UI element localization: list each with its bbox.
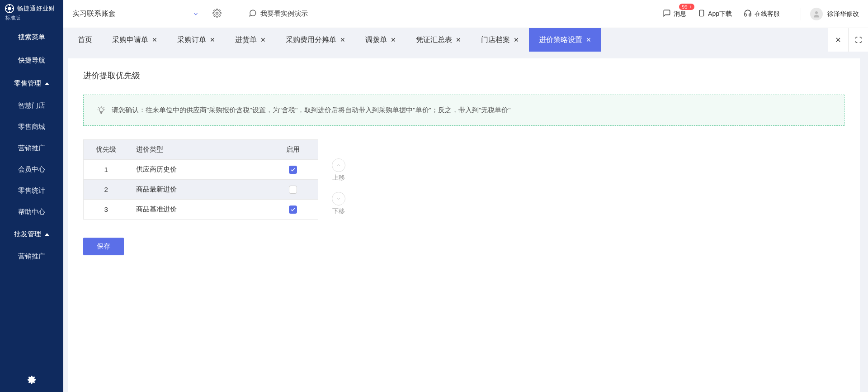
tab-5[interactable]: 调拨单✕ (355, 28, 406, 52)
page-title: 进价提取优先级 (83, 70, 844, 81)
priority-table: 优先级 进价类型 启用 1供应商历史价2商品最新进价3商品基准进价 (83, 139, 318, 220)
download-button[interactable]: App下载 (698, 9, 732, 19)
mobile-icon (698, 9, 705, 19)
cell-priority: 2 (84, 180, 129, 200)
headset-icon (744, 9, 752, 19)
sidebar-sub-marketing[interactable]: 营销推广 (0, 138, 63, 159)
fullscreen-button[interactable] (848, 28, 868, 52)
svg-point-1 (8, 7, 11, 10)
tab-label: 门店档案 (481, 35, 510, 45)
tab-2[interactable]: 采购订单✕ (167, 28, 225, 52)
messages-button[interactable]: 消息 99 + (663, 9, 686, 19)
tab-7[interactable]: 门店档案✕ (471, 28, 529, 52)
col-header-priority: 优先级 (84, 140, 129, 160)
content: 进价提取优先级 请您确认：往来单位中的供应商"采购报价含税"设置，为"含税"，取… (68, 58, 860, 392)
close-icon[interactable]: ✕ (391, 37, 396, 43)
tab-0[interactable]: 首页 (68, 28, 102, 52)
cell-priority: 1 (84, 160, 129, 180)
sidebar-group-wholesale[interactable]: 批发管理 (0, 223, 63, 246)
sidebar-sub-retailmall[interactable]: 零售商城 (0, 116, 63, 138)
message-icon (663, 9, 671, 19)
tab-1[interactable]: 采购申请单✕ (102, 28, 167, 52)
cell-priority: 3 (84, 200, 129, 220)
tab-label: 首页 (78, 35, 92, 45)
notice-box: 请您确认：往来单位中的供应商"采购报价含税"设置，为"含税"，取到进价后将自动带… (83, 95, 844, 126)
account-select[interactable]: 实习联系账套 (72, 9, 199, 19)
move-down-button[interactable]: 下移 (332, 192, 345, 215)
avatar (810, 8, 823, 20)
cell-type: 供应商历史价 (129, 160, 269, 180)
svg-point-2 (216, 12, 218, 14)
brand-edition: 标准版 (0, 14, 63, 26)
sidebar-sub-smartstore[interactable]: 智慧门店 (0, 95, 63, 116)
brand-logo: 畅捷通好业财 (0, 0, 63, 14)
move-controls: 上移 下移 (332, 139, 345, 215)
enable-checkbox[interactable] (289, 166, 297, 174)
sidebar-sub-member[interactable]: 会员中心 (0, 159, 63, 180)
tab-3[interactable]: 进货单✕ (225, 28, 276, 52)
enable-checkbox[interactable] (289, 186, 297, 194)
chevron-down-icon (332, 192, 345, 206)
move-up-button[interactable]: 上移 (332, 158, 345, 182)
enable-checkbox[interactable] (289, 206, 297, 214)
move-down-label: 下移 (332, 207, 345, 215)
close-icon[interactable]: ✕ (260, 37, 266, 43)
tab-4[interactable]: 采购费用分摊单✕ (276, 28, 355, 52)
close-icon[interactable]: ✕ (586, 37, 591, 43)
sidebar-group-retail[interactable]: 零售管理 (0, 72, 63, 95)
brand-name: 畅捷通好业财 (17, 5, 55, 13)
table-row[interactable]: 3商品基准进价 (84, 200, 318, 220)
close-all-tabs-button[interactable] (828, 28, 848, 52)
sidebar-menu: 搜索菜单 快捷导航 零售管理 智慧门店 零售商城 营销推广 会员中心 零售统计 … (0, 26, 63, 369)
tabbar: 首页采购申请单✕采购订单✕进货单✕采购费用分摊单✕调拨单✕凭证汇总表✕门店档案✕… (63, 28, 868, 52)
content-wrap: 进价提取优先级 请您确认：往来单位中的供应商"采购报价含税"设置，为"含税"，取… (63, 52, 868, 392)
tab-label: 调拨单 (365, 35, 387, 45)
tab-label: 采购订单 (177, 35, 206, 45)
svg-point-5 (815, 11, 818, 14)
svg-line-11 (104, 107, 104, 107)
user-menu[interactable]: 徐泽华修改 (801, 8, 859, 20)
svg-rect-3 (699, 10, 703, 16)
cell-type: 商品基准进价 (129, 200, 269, 220)
sidebar-item-quicknav[interactable]: 快捷导航 (0, 49, 63, 72)
user-name: 徐泽华修改 (827, 10, 859, 18)
cell-enable (269, 160, 318, 180)
topbar: 实习联系账套 我要看实例演示 (63, 0, 868, 28)
close-icon[interactable]: ✕ (210, 37, 215, 43)
tab-8[interactable]: 进价策略设置✕ (529, 28, 601, 52)
table-row[interactable]: 1供应商历史价 (84, 160, 318, 180)
col-header-enable: 启用 (269, 140, 318, 160)
demo-link[interactable]: 我要看实例演示 (249, 9, 308, 19)
close-icon[interactable]: ✕ (456, 37, 461, 43)
close-icon[interactable]: ✕ (340, 37, 345, 43)
topbar-actions: 消息 99 + App下载 在线客服 (663, 8, 859, 20)
tab-label: 采购费用分摊单 (286, 35, 336, 45)
tab-label: 进价策略设置 (539, 35, 582, 45)
tab-label: 进货单 (235, 35, 257, 45)
cell-enable (269, 180, 318, 200)
tabbar-controls (828, 28, 868, 52)
table-row[interactable]: 2商品最新进价 (84, 180, 318, 200)
tab-6[interactable]: 凭证汇总表✕ (406, 28, 471, 52)
sidebar-item-search[interactable]: 搜索菜单 (0, 26, 63, 49)
svg-point-8 (99, 108, 104, 112)
tab-label: 凭证汇总表 (416, 35, 452, 45)
cell-type: 商品最新进价 (129, 180, 269, 200)
gear-icon (27, 375, 36, 384)
lightbulb-icon (97, 106, 105, 115)
account-name: 实习联系账套 (72, 9, 116, 19)
save-button[interactable]: 保存 (83, 238, 124, 255)
chat-icon (249, 9, 257, 19)
close-icon[interactable]: ✕ (514, 37, 519, 43)
service-label: 在线客服 (755, 10, 780, 18)
chevron-up-icon (332, 158, 345, 172)
close-icon[interactable]: ✕ (152, 37, 157, 43)
sidebar-settings[interactable] (0, 369, 63, 392)
sidebar-sub-retailstats[interactable]: 零售统计 (0, 180, 63, 201)
sidebar-sub-help[interactable]: 帮助中心 (0, 201, 63, 223)
account-settings-button[interactable] (212, 9, 222, 19)
messages-badge: 99 + (679, 4, 694, 10)
service-button[interactable]: 在线客服 (744, 9, 780, 19)
notice-text: 请您确认：往来单位中的供应商"采购报价含税"设置，为"含税"，取到进价后将自动带… (112, 106, 511, 115)
sidebar-sub-marketing2[interactable]: 营销推广 (0, 246, 63, 267)
